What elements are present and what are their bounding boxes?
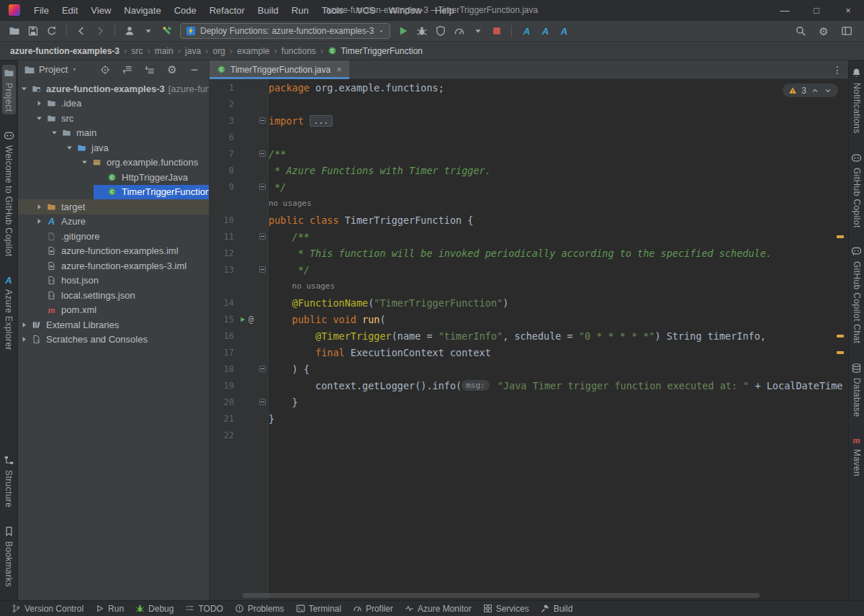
- statusbar-terminal[interactable]: Terminal: [290, 601, 347, 616]
- code-line[interactable]: no usages: [210, 195, 848, 212]
- code-line[interactable]: 7/**: [210, 145, 848, 162]
- tree-item-main[interactable]: main: [18, 126, 209, 141]
- run-button[interactable]: [395, 22, 412, 40]
- code-line[interactable]: 8 * Azure Functions with Timer trigger.: [210, 162, 848, 178]
- chevron-right-icon[interactable]: [18, 335, 30, 344]
- line-number[interactable]: 11: [210, 232, 234, 242]
- search-button[interactable]: [792, 22, 809, 40]
- previous-warning-chevron-up-icon[interactable]: [811, 86, 819, 95]
- line-number[interactable]: 17: [210, 348, 234, 358]
- hide-button[interactable]: [186, 61, 203, 78]
- breadcrumb-item-azure-function-examples-3[interactable]: azure-function-examples-3: [9, 46, 121, 56]
- save-button[interactable]: [24, 22, 42, 40]
- chevron-down-icon[interactable]: [33, 114, 45, 123]
- tree-item-gitignore[interactable]: .gitignore: [18, 229, 209, 244]
- statusbar-version-control[interactable]: Version Control: [6, 601, 89, 616]
- line-number[interactable]: 22: [210, 430, 234, 440]
- azure-a-button[interactable]: A: [555, 22, 572, 40]
- line-number[interactable]: 18: [210, 364, 234, 374]
- code-line[interactable]: 11 /**: [210, 228, 848, 245]
- debug-button[interactable]: [413, 22, 431, 40]
- toolwindow-button-structure[interactable]: Structure: [2, 452, 16, 510]
- tree-item-azure-function-examples-3-iml[interactable]: azure-function-examples-3.iml: [18, 258, 209, 273]
- code-line[interactable]: 21}: [210, 410, 848, 427]
- statusbar-problems[interactable]: Problems: [229, 601, 290, 616]
- chevron-right-icon[interactable]: [33, 99, 45, 108]
- warning-stripe-mark[interactable]: [837, 235, 844, 238]
- fold-marker-icon[interactable]: [259, 233, 266, 240]
- tree-item-pom-xml[interactable]: mpom.xml: [18, 303, 209, 318]
- caret-down-button[interactable]: [140, 22, 157, 40]
- fold-gutter[interactable]: [256, 117, 269, 124]
- fold-gutter[interactable]: [256, 150, 269, 157]
- menu-view[interactable]: View: [84, 0, 117, 20]
- tree-item-scratches-and-consoles[interactable]: Scratches and Consoles: [18, 332, 209, 348]
- chevron-down-icon[interactable]: [78, 158, 90, 167]
- line-number[interactable]: 3: [210, 116, 234, 126]
- toolwindow-button-database[interactable]: Database: [850, 360, 863, 420]
- toolwindow-button-project[interactable]: Project: [2, 65, 16, 114]
- breadcrumb-item-example[interactable]: example: [235, 46, 271, 56]
- menu-edit[interactable]: Edit: [55, 0, 84, 20]
- menu-tools[interactable]: Tools: [315, 0, 350, 20]
- menu-code[interactable]: Code: [168, 0, 203, 20]
- statusbar-azure-monitor[interactable]: Azure Monitor: [399, 601, 477, 616]
- minimize-button[interactable]: —: [769, 0, 801, 20]
- fold-marker-icon[interactable]: [259, 184, 266, 190]
- layout-button[interactable]: [838, 22, 855, 40]
- fold-marker-icon[interactable]: [259, 150, 266, 157]
- tree-item-host-json[interactable]: host.json: [18, 273, 209, 289]
- menu-window[interactable]: Window: [382, 0, 428, 20]
- tree-item-local-settings-json[interactable]: local.settings.json: [18, 288, 209, 303]
- code-area[interactable]: 1package org.example.functions;23import …: [210, 79, 848, 443]
- statusbar-build[interactable]: Build: [535, 601, 579, 616]
- toolwindow-button-welcome-to-github-copilot[interactable]: Welcome to GitHub Copilot: [2, 127, 16, 260]
- tree-item-azure-function-examples-3[interactable]: azure-function-examples-3[azure-funct: [18, 81, 209, 96]
- tree-item-azure[interactable]: AAzure: [18, 214, 209, 230]
- code-line[interactable]: 12 * This function will be invoked perio…: [210, 245, 848, 261]
- line-number[interactable]: 15: [210, 314, 234, 325]
- menu-refactor[interactable]: Refactor: [203, 0, 251, 20]
- line-number[interactable]: 14: [210, 298, 234, 308]
- tree-item-external-libraries[interactable]: External Libraries: [18, 317, 209, 332]
- code-line[interactable]: 15@ public void run(: [210, 311, 848, 327]
- line-number[interactable]: 16: [210, 331, 234, 341]
- line-number[interactable]: 19: [210, 381, 234, 391]
- tree-item-src[interactable]: src: [18, 111, 209, 126]
- next-warning-chevron-down-icon[interactable]: [824, 86, 832, 95]
- statusbar-run[interactable]: Run: [89, 601, 130, 616]
- toolwindow-button-bookmarks[interactable]: Bookmarks: [2, 523, 16, 590]
- tree-item-idea[interactable]: .idea: [18, 96, 209, 112]
- chevron-down-icon[interactable]: [48, 128, 60, 137]
- gear-button[interactable]: ⚙: [815, 22, 832, 40]
- chevron-right-icon[interactable]: [33, 217, 45, 226]
- line-number[interactable]: 6: [210, 132, 234, 142]
- collapse-all-button[interactable]: [119, 61, 136, 78]
- code-line[interactable]: 1package org.example.functions;: [210, 79, 848, 96]
- chevron-down-icon[interactable]: [18, 84, 30, 94]
- line-number[interactable]: 21: [210, 414, 234, 424]
- code-line[interactable]: 9 */: [210, 178, 848, 195]
- line-number[interactable]: 1: [210, 83, 234, 93]
- breadcrumb-item-java[interactable]: java: [184, 46, 202, 56]
- code-line[interactable]: 2: [210, 96, 848, 112]
- inspection-widget[interactable]: 3: [783, 83, 838, 97]
- warning-stripe-mark[interactable]: [837, 351, 844, 354]
- line-number[interactable]: 12: [210, 248, 234, 258]
- menu-build[interactable]: Build: [251, 0, 285, 20]
- back-arrow-button[interactable]: [73, 22, 90, 40]
- code-line[interactable]: 20 }: [210, 394, 848, 410]
- breadcrumb-item-src[interactable]: src: [130, 46, 144, 56]
- azure-a-button[interactable]: A: [536, 22, 554, 40]
- user-button[interactable]: [121, 22, 138, 40]
- statusbar-todo[interactable]: TODO: [179, 601, 228, 616]
- tab-options-kebab-icon[interactable]: ⋮: [832, 65, 842, 75]
- chevron-right-icon[interactable]: [33, 202, 45, 212]
- menu-vcs[interactable]: VCS: [350, 0, 382, 20]
- fold-gutter[interactable]: [256, 266, 269, 273]
- code-line[interactable]: 16 @TimerTrigger(name = "timerInfo", sch…: [210, 327, 848, 344]
- fold-gutter[interactable]: [256, 233, 269, 240]
- code-line[interactable]: 14 @FunctionName("TimerTriggerFunction"): [210, 294, 848, 311]
- menu-help[interactable]: Help: [428, 0, 461, 20]
- caret-down-button[interactable]: [469, 22, 487, 40]
